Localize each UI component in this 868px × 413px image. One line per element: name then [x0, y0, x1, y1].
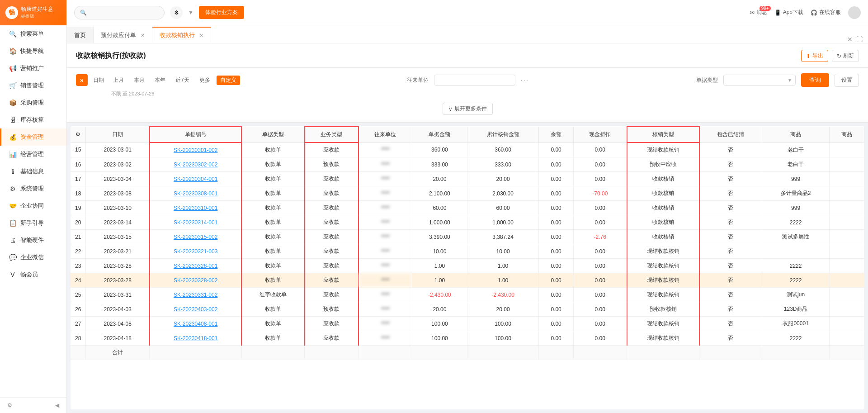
user-avatar[interactable] — [848, 6, 861, 19]
page-header-actions: ⬆ 导出 ↻ 刷新 — [801, 50, 859, 67]
topbar-gear-btn[interactable]: ⚙ — [170, 6, 183, 19]
td-partner: **** — [359, 288, 412, 302]
tab-prepay[interactable]: 预付款应付单 ✕ — [94, 27, 152, 43]
td-summary-6 — [412, 346, 467, 360]
sidebar-item-collab[interactable]: 🤝 企业协同 — [0, 197, 66, 214]
td-bill-no[interactable]: SK-20230418-001 — [150, 331, 241, 346]
td-product2 — [830, 186, 864, 201]
sidebar-item-system[interactable]: ⚙ 系统管理 — [0, 180, 66, 197]
sidebar-item-inventory[interactable]: 🗄 库存核算 — [0, 111, 66, 128]
sidebar-item-sales[interactable]: 🛒 销售管理 — [0, 77, 66, 94]
date-label: 日期 — [93, 76, 104, 84]
sidebar-item-label: 快捷导航 — [20, 47, 44, 55]
date-custom-btn[interactable]: 自定义 — [217, 76, 240, 85]
date-btn-this-month[interactable]: 本月 — [130, 75, 148, 85]
operations-icon: 📊 — [9, 151, 17, 158]
td-no: 25 — [71, 288, 86, 302]
td-bill-no[interactable]: SK-20230328-002 — [150, 273, 241, 288]
td-bill-no[interactable]: SK-20230328-001 — [150, 259, 241, 273]
date-btn-this-year[interactable]: 本年 — [151, 75, 169, 85]
topbar-search-box[interactable]: 🔍 — [74, 6, 165, 19]
sidebar-item-finance[interactable]: 💰 资金管理 — [0, 128, 66, 146]
td-product2 — [830, 172, 864, 186]
page-title: 收款核销执行(按收款) — [76, 51, 146, 66]
sidebar-settings-icon[interactable]: ⚙ — [7, 402, 12, 408]
date-btn-last-month[interactable]: 上月 — [109, 75, 127, 85]
td-bill-no[interactable]: SK-20230301-002 — [150, 142, 241, 157]
logo-badge: 标推版 — [21, 13, 53, 19]
td-no: 26 — [71, 302, 86, 317]
app-download-btn[interactable]: 📱 App下载 — [774, 9, 803, 16]
sidebar-item-guide[interactable]: 📋 新手引导 — [0, 214, 66, 232]
td-bill-no[interactable]: SK-20230314-001 — [150, 215, 241, 230]
td-bill-no[interactable]: SK-20230408-001 — [150, 317, 241, 331]
settings-btn[interactable]: 设置 — [835, 74, 859, 87]
date-btn-more[interactable]: 更多 — [196, 75, 214, 85]
sidebar-item-marketing[interactable]: 📢 营销推广 — [0, 60, 66, 77]
sidebar-collapse-icon[interactable]: ◀ — [55, 402, 59, 408]
td-bill-no[interactable]: SK-20230403-002 — [150, 302, 241, 317]
sidebar-item-operations[interactable]: 📊 经营管理 — [0, 146, 66, 163]
bill-type-select[interactable] — [723, 75, 796, 85]
td-partner: **** — [359, 259, 412, 273]
topbar-dropdown-icon[interactable]: ▼ — [188, 9, 193, 16]
refresh-btn[interactable]: ↻ 刷新 — [832, 50, 859, 62]
td-bill-no[interactable]: SK-20230321-003 — [150, 244, 241, 259]
td-bill-no[interactable]: SK-20230315-002 — [150, 230, 241, 244]
td-bill-no[interactable]: SK-20230310-001 — [150, 201, 241, 215]
sidebar-item-basic[interactable]: ℹ 基础信息 — [0, 163, 66, 180]
refresh-icon: ↻ — [837, 53, 841, 59]
td-bill-no[interactable]: SK-20230308-001 — [150, 186, 241, 201]
td-bill-amount: 10.00 — [412, 244, 467, 259]
filter-expand-btn[interactable]: » — [76, 74, 88, 86]
tab-collections-close[interactable]: ✕ — [199, 33, 203, 38]
service-icon: 🎧 — [811, 9, 817, 16]
industry-btn[interactable]: 体验行业方案 — [199, 6, 244, 19]
td-cancel-type: 现结收款核销 — [627, 259, 699, 273]
sidebar-item-search[interactable]: 🔍 搜索菜单 — [0, 25, 66, 43]
purchase-icon: 📦 — [9, 99, 17, 106]
expand-more-btn[interactable]: ∨ 展开更多条件 — [443, 103, 493, 115]
th-settings[interactable]: ⚙ — [71, 127, 86, 142]
td-cash-discount: 0.00 — [573, 215, 627, 230]
export-btn[interactable]: ⬆ 导出 — [801, 50, 828, 62]
marketing-icon: 📢 — [9, 65, 17, 72]
tab-home[interactable]: 首页 — [67, 27, 94, 43]
td-bill-no[interactable]: SK-20230302-002 — [150, 157, 241, 172]
td-bill-no[interactable]: SK-20230304-001 — [150, 172, 241, 186]
sidebar-item-label: 系统管理 — [20, 185, 44, 193]
td-date: 2023-03-15 — [86, 230, 150, 244]
td-summary-8 — [539, 346, 574, 360]
td-cash-discount: 0.00 — [573, 172, 627, 186]
td-partner: **** — [359, 244, 412, 259]
td-summary-9 — [573, 346, 627, 360]
sidebar-item-hardware[interactable]: 🖨 智能硬件 — [0, 232, 66, 249]
td-partner: **** — [359, 142, 412, 157]
td-bill-no[interactable]: SK-20230331-002 — [150, 288, 241, 302]
td-include-settled: 否 — [699, 157, 762, 172]
export-icon: ⬆ — [806, 53, 811, 59]
messages-btn[interactable]: ✉ 消息 99+ — [750, 9, 767, 16]
tab-prepay-close[interactable]: ✕ — [141, 33, 145, 38]
sidebar-item-quicknav[interactable]: 🏠 快捷导航 — [0, 43, 66, 60]
query-btn[interactable]: 查询 — [801, 73, 829, 87]
date-btn-7days[interactable]: 近7天 — [172, 75, 193, 85]
online-service-btn[interactable]: 🎧 在线客服 — [811, 9, 841, 16]
td-cash-discount: 0.00 — [573, 244, 627, 259]
sidebar-item-wechat[interactable]: 💬 企业微信 — [0, 249, 66, 266]
td-no: 16 — [71, 157, 86, 172]
partner-dots: ··· — [521, 77, 529, 83]
td-cancel-type: 现结收款核销 — [627, 331, 699, 346]
sidebar-item-member[interactable]: V 畅会员 — [0, 266, 66, 283]
home-icon: 🏠 — [9, 47, 17, 55]
collab-icon: 🤝 — [9, 202, 17, 209]
tab-expand-icon[interactable]: ⛶ — [856, 36, 863, 43]
partner-input[interactable] — [434, 75, 515, 85]
td-product2 — [830, 259, 864, 273]
tab-close-all-icon[interactable]: ✕ — [847, 36, 853, 43]
td-biz-type: 应收款 — [305, 142, 359, 157]
td-product: 999 — [762, 172, 829, 186]
td-cancel-type: 预收款核销 — [627, 302, 699, 317]
sidebar-item-purchase[interactable]: 📦 采购管理 — [0, 94, 66, 111]
tab-collections[interactable]: 收款核销执行 ✕ — [152, 27, 211, 43]
